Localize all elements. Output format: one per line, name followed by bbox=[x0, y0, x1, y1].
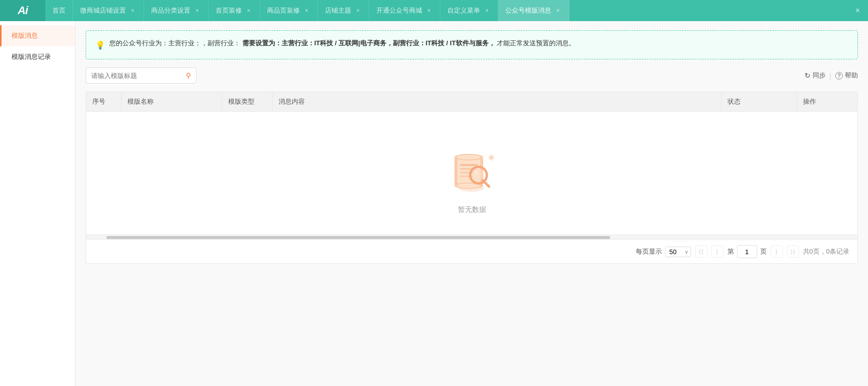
nav-tab-close[interactable]: × bbox=[303, 6, 310, 15]
main-layout: 模版消息模版消息记录 💡 您的公众号行业为：主营行业：，副营行业： 需要设置为：… bbox=[0, 21, 868, 386]
scroll-thumb[interactable] bbox=[106, 236, 610, 239]
search-input[interactable] bbox=[91, 72, 186, 80]
nav-tab-home[interactable]: 首页 bbox=[45, 0, 73, 21]
empty-state: 暂无数据 bbox=[86, 112, 857, 235]
nav-tab-category-settings[interactable]: 商品分类设置× bbox=[144, 0, 209, 21]
per-page-label: 每页显示 bbox=[636, 247, 662, 256]
sync-button[interactable]: ↻ 同步 bbox=[805, 71, 826, 80]
th-action: 操作 bbox=[797, 92, 857, 111]
search-icon[interactable]: ⚲ bbox=[186, 71, 191, 80]
nav-tab-shop-theme[interactable]: 店铺主题× bbox=[318, 0, 369, 21]
svg-point-13 bbox=[472, 169, 484, 181]
search-actions: ↻ 同步 | ? 帮助 bbox=[805, 71, 858, 80]
nav-tab-homepage-decor[interactable]: 首页装修× bbox=[209, 0, 260, 21]
prev-page-button[interactable]: ⟨ bbox=[711, 246, 723, 258]
nav-tab-label: 商品分类设置 bbox=[151, 6, 190, 15]
th-serial: 序号 bbox=[86, 92, 121, 111]
page-input-wrap: 第 页 bbox=[727, 245, 767, 258]
sidebar-item-template-msg[interactable]: 模版消息 bbox=[0, 25, 75, 46]
page-size-select-wrap[interactable]: 50 20 100 bbox=[665, 247, 691, 257]
nav-tab-label: 首页装修 bbox=[216, 6, 242, 15]
notice-content: 您的公众号行业为：主营行业：，副营行业： 需要设置为：主营行业：IT科技 / 互… bbox=[109, 38, 575, 49]
nav-tab-shop-settings[interactable]: 微商城店铺设置× bbox=[73, 0, 144, 21]
nav-tab-close[interactable]: × bbox=[129, 6, 137, 15]
nav-tab-custom-menu[interactable]: 自定义菜单× bbox=[440, 0, 498, 21]
page-size-wrap: 每页显示 50 20 100 bbox=[636, 247, 691, 257]
search-input-wrap[interactable]: ⚲ bbox=[86, 67, 196, 84]
nav-tab-label: 公众号模版消息 bbox=[505, 6, 551, 15]
first-page-button[interactable]: ⟨⟨ bbox=[695, 246, 707, 258]
nav-tab-close[interactable]: × bbox=[483, 6, 491, 15]
sync-icon: ↻ bbox=[805, 71, 811, 80]
th-name: 模版名称 bbox=[121, 92, 222, 111]
scroll-bar[interactable] bbox=[86, 235, 857, 240]
next-page-button[interactable]: ⟩ bbox=[771, 246, 783, 258]
nav-tab-label: 开通公众号商城 bbox=[376, 6, 422, 15]
total-info: 共0页，0条记录 bbox=[803, 247, 849, 256]
notice-suffix: 才能正常发送预置的消息。 bbox=[497, 39, 575, 47]
page-size-select[interactable]: 50 20 100 bbox=[665, 247, 691, 257]
svg-point-8 bbox=[456, 155, 481, 160]
top-nav: Ai 首页微商城店铺设置×商品分类设置×首页装修×商品页装修×店铺主题×开通公众… bbox=[0, 0, 868, 21]
nav-tab-product-decor[interactable]: 商品页装修× bbox=[260, 0, 318, 21]
help-label: 帮助 bbox=[845, 71, 858, 80]
help-icon: ? bbox=[835, 72, 843, 80]
pagination: 每页显示 50 20 100 ⟨⟨ ⟨ 第 页 ⟩ bbox=[86, 240, 857, 263]
data-table: 序号 模版名称 模版类型 消息内容 状态 操作 bbox=[86, 92, 858, 264]
sync-label: 同步 bbox=[813, 71, 826, 80]
nav-tab-close[interactable]: × bbox=[193, 6, 201, 15]
nav-tabs: 首页微商城店铺设置×商品分类设置×首页装修×商品页装修×店铺主题×开通公众号商城… bbox=[45, 0, 847, 21]
empty-text: 暂无数据 bbox=[458, 205, 486, 214]
logo-text: Ai bbox=[18, 4, 28, 17]
sidebar-items: 模版消息模版消息记录 bbox=[0, 25, 75, 67]
nav-tab-close[interactable]: × bbox=[425, 6, 433, 15]
nav-tab-label: 店铺主题 bbox=[325, 6, 351, 15]
close-all-button[interactable]: × bbox=[847, 6, 868, 15]
sidebar: 模版消息模版消息记录 bbox=[0, 21, 76, 386]
table-header: 序号 模版名称 模版类型 消息内容 状态 操作 bbox=[86, 92, 857, 112]
content-area: 💡 您的公众号行业为：主营行业：，副营行业： 需要设置为：主营行业：IT科技 /… bbox=[76, 21, 868, 386]
nav-tab-template-message[interactable]: 公众号模版消息× bbox=[498, 0, 569, 21]
sidebar-item-template-msg-log[interactable]: 模版消息记录 bbox=[0, 46, 75, 67]
notice-highlight: 需要设置为：主营行业：IT科技 / 互联网|电子商务，副营行业：IT科技 / I… bbox=[242, 39, 495, 47]
svg-rect-3 bbox=[460, 164, 478, 166]
help-button[interactable]: ? 帮助 bbox=[835, 71, 858, 80]
nav-tab-label: 自定义菜单 bbox=[447, 6, 480, 15]
notice-icon: 💡 bbox=[95, 38, 105, 52]
empty-illustration bbox=[444, 142, 500, 197]
notice-banner: 💡 您的公众号行业为：主营行业：，副营行业： 需要设置为：主营行业：IT科技 /… bbox=[86, 30, 858, 59]
nav-tab-label: 商品页装修 bbox=[267, 6, 300, 15]
nav-tab-open-mall[interactable]: 开通公众号商城× bbox=[369, 0, 440, 21]
svg-point-14 bbox=[474, 171, 477, 174]
divider: | bbox=[830, 72, 831, 80]
notice-prefix: 您的公众号行业为：主营行业：，副营行业： bbox=[109, 39, 240, 47]
th-content: 消息内容 bbox=[273, 92, 721, 111]
th-type: 模版类型 bbox=[222, 92, 273, 111]
page-label-after: 页 bbox=[760, 247, 767, 256]
nav-tab-label: 微商城店铺设置 bbox=[80, 6, 126, 15]
page-label-before: 第 bbox=[727, 247, 734, 256]
nav-tab-close[interactable]: × bbox=[354, 6, 362, 15]
nav-tab-close[interactable]: × bbox=[245, 6, 252, 15]
page-number-input[interactable] bbox=[737, 245, 757, 258]
logo: Ai bbox=[0, 0, 45, 21]
nav-tab-label: 首页 bbox=[52, 6, 65, 15]
nav-tab-close[interactable]: × bbox=[554, 6, 562, 15]
last-page-button[interactable]: ⟩⟩ bbox=[787, 246, 799, 258]
search-bar: ⚲ ↻ 同步 | ? 帮助 bbox=[86, 67, 858, 84]
th-status: 状态 bbox=[721, 92, 797, 111]
